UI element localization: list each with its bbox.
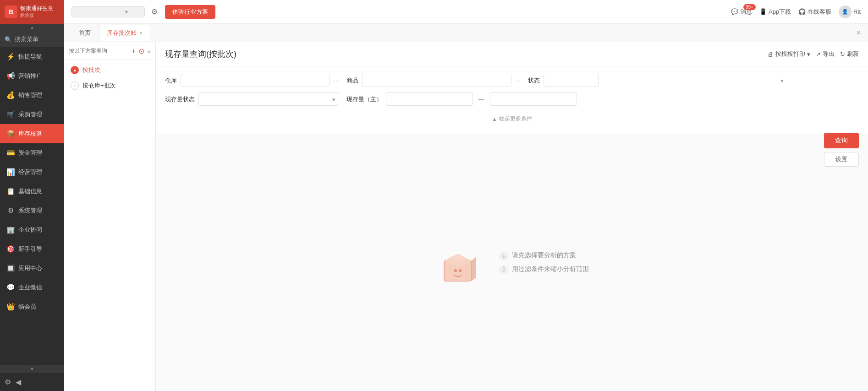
app-download-button[interactable]: 📱 App下载 (759, 8, 791, 16)
enterprise-icon: 🏢 (6, 226, 15, 234)
warehouse-label: 仓库 (165, 76, 177, 85)
newbie-icon: 🎯 (6, 245, 15, 253)
tab-inventory-batch[interactable]: 库存批次账 × (99, 25, 150, 41)
filter-group-product: 商品 ··· (346, 74, 521, 87)
stock-status-select[interactable] (198, 92, 339, 106)
collapse-more-btn[interactable]: ▲ 收起更多条件 (165, 111, 859, 126)
header-gear-icon[interactable]: ⚙ (151, 7, 158, 16)
scheme-panel-collapse-button[interactable]: « (147, 48, 151, 55)
sidebar-item-label: 应用中心 (18, 264, 42, 272)
app-center-icon: 🔲 (6, 264, 15, 272)
avatar: 👤 (839, 5, 852, 18)
hint-number-1: 1 (499, 251, 508, 261)
tab-home-label: 首页 (79, 29, 91, 37)
sidebar-item-operations[interactable]: 📊 经营管理 (0, 163, 64, 182)
scheme-batch-label: 按批次 (82, 66, 100, 74)
empty-state-illustration (435, 240, 481, 286)
messages-button[interactable]: 💬 消息 99+ (731, 8, 752, 16)
status-select[interactable] (544, 74, 599, 87)
sidebar-item-enterprise[interactable]: 🏢 企业协同 (0, 220, 64, 239)
page-title: 现存量查询(按批次) (165, 49, 236, 66)
app-title: 畅康通好生意 (20, 5, 53, 12)
sidebar-item-label: 经营管理 (18, 168, 42, 176)
sidebar-search[interactable]: 🔍 搜索菜单 (0, 32, 64, 47)
sidebar-item-system[interactable]: ⚙ 系统管理 (0, 201, 64, 220)
header-search-bar[interactable]: ▾ (71, 6, 145, 17)
sidebar-item-member[interactable]: 👑 畅会员 (0, 297, 64, 316)
sidebar-item-newbie[interactable]: 🎯 新手引导 (0, 239, 64, 259)
trial-button[interactable]: 体验行业方案 (165, 5, 215, 19)
status-select-wrapper (544, 74, 787, 87)
search-icon: 🔍 (5, 36, 12, 43)
tab-active-label: 库存批次账 (107, 29, 137, 37)
product-input[interactable] (362, 74, 511, 87)
scheme-inactive-indicator: ○ (71, 81, 79, 90)
sidebar-item-purchase[interactable]: 🛒 采购管理 (0, 105, 64, 124)
sidebar-item-label: 快捷导航 (18, 53, 42, 61)
tab-panel-close-icon[interactable]: × (857, 29, 861, 37)
empty-state-inner: 1 请先选择要分析的方案 2 用过滤条件来缩小分析范围 (435, 240, 589, 286)
stock-qty-max-input[interactable] (490, 92, 577, 106)
tab-close-icon[interactable]: × (139, 30, 143, 36)
collapse-label: 收起更多条件 (499, 115, 532, 123)
sidebar-item-label: 采购管理 (18, 110, 42, 119)
scheme-item-warehouse-batch[interactable]: ○ 按仓库+批次 (64, 78, 155, 93)
sidebar-collapse-icon[interactable]: ◀ (16, 378, 21, 386)
svg-point-4 (454, 269, 457, 272)
sidebar-item-basics[interactable]: 📋 基础信息 (0, 182, 64, 201)
sidebar-item-marketing[interactable]: 📢 营销推广 (0, 66, 64, 86)
refresh-button[interactable]: ↻ 刷新 (840, 50, 859, 58)
quick-nav-icon: ⚡ (6, 53, 15, 61)
scheme-panel-actions: + ⊙ « (132, 47, 151, 55)
sales-icon: 💰 (6, 91, 15, 99)
user-account[interactable]: 👤 Rit (839, 5, 861, 18)
print-dropdown-icon[interactable]: ▾ (807, 51, 810, 58)
hint-text-1: 请先选择要分析的方案 (512, 251, 576, 260)
sidebar-search-label: 搜索菜单 (15, 35, 38, 43)
query-button[interactable]: 查询 (824, 133, 859, 148)
sidebar-scroll-up[interactable]: ▲ (0, 24, 64, 32)
tab-bar: 首页 库存批次账 × × (64, 24, 868, 42)
warehouse-input[interactable] (181, 74, 330, 87)
online-service-button[interactable]: 🎧 在线客服 (798, 8, 831, 16)
sidebar-settings-icon[interactable]: ⚙ (5, 378, 11, 386)
sidebar-item-sales[interactable]: 💰 销售管理 (0, 86, 64, 105)
app-logo: B (5, 5, 17, 18)
basics-icon: 📋 (6, 187, 15, 196)
refresh-icon: ↻ (840, 51, 845, 58)
warehouse-more-icon[interactable]: ··· (334, 77, 339, 84)
sidebar-item-wechat[interactable]: 💬 企业微信 (0, 278, 64, 297)
sidebar-item-label: 系统管理 (18, 206, 42, 215)
app-version: 标准版 (20, 12, 53, 19)
sidebar-item-label: 销售管理 (18, 91, 42, 99)
header-search-chevron-icon[interactable]: ▾ (125, 9, 128, 15)
sidebar-item-inventory[interactable]: 📦 库存核算 (0, 124, 64, 143)
svg-marker-3 (472, 257, 476, 281)
filter-row-2: 现存量状态 现存量（主） — (165, 92, 859, 106)
sidebar-header: B 畅康通好生意 标准版 (0, 0, 64, 24)
tab-home[interactable]: 首页 (71, 25, 98, 41)
product-more-icon[interactable]: ··· (515, 77, 521, 84)
stock-qty-min-input[interactable] (386, 92, 473, 106)
scheme-add-button[interactable]: + (132, 47, 136, 55)
settings-button[interactable]: 设置 (824, 152, 859, 167)
purchase-icon: 🛒 (6, 110, 15, 119)
scheme-settings-button[interactable]: ⊙ (138, 47, 144, 55)
sidebar-footer: ⚙ ◀ (0, 373, 64, 391)
sidebar-item-label: 畅会员 (18, 303, 36, 311)
print-button[interactable]: 🖨 按模板打印 ▾ (768, 50, 810, 58)
messages-icon: 💬 (731, 8, 738, 15)
sidebar-item-finance[interactable]: 💳 资金管理 (0, 143, 64, 163)
export-button[interactable]: ↗ 导出 (816, 50, 835, 58)
sidebar-item-quick-nav[interactable]: ⚡ 快捷导航 (0, 47, 64, 66)
filter-group-warehouse: 仓库 ··· (165, 74, 339, 87)
filter-area: 仓库 ··· 商品 ··· 状态 (156, 66, 868, 134)
sidebar-item-label: 新手引导 (18, 245, 42, 253)
scheme-active-indicator: ● (71, 66, 79, 74)
sidebar-scroll-down[interactable]: ▼ (0, 365, 64, 373)
sidebar-item-app-center[interactable]: 🔲 应用中心 (0, 259, 64, 278)
sidebar: B 畅康通好生意 标准版 ▲ 🔍 搜索菜单 ⚡ 快捷导航 📢 营销推广 💰 销售… (0, 0, 64, 391)
scheme-item-batch[interactable]: ● 按批次 (64, 62, 155, 78)
operations-icon: 📊 (6, 168, 15, 176)
header-search-input[interactable] (77, 9, 122, 15)
